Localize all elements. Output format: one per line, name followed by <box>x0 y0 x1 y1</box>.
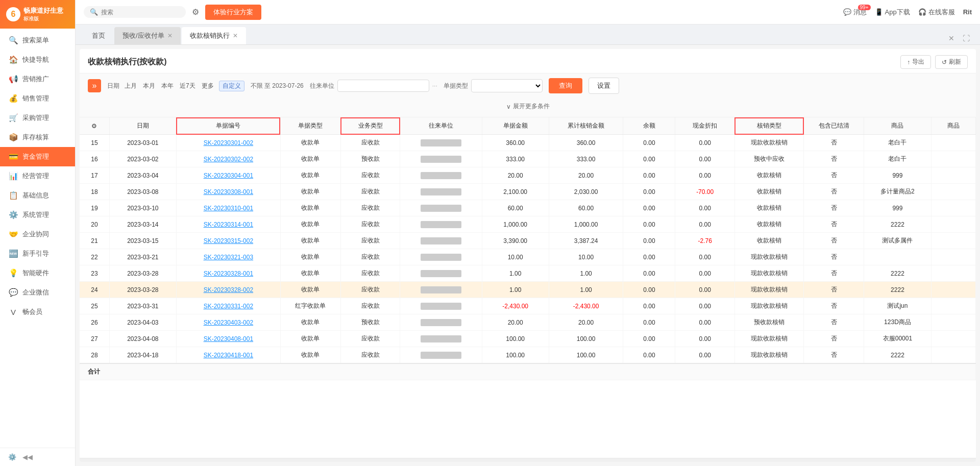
last-month-btn[interactable]: 上月 <box>122 81 139 91</box>
table-row[interactable]: 17 2023-03-04 SK-20230304-001 收款单 应收款 20… <box>80 167 976 184</box>
table-scrollbar[interactable] <box>80 458 976 462</box>
sidebar-item-base[interactable]: 📋基础信息 <box>0 186 75 205</box>
cell-settled: 否 <box>804 216 864 233</box>
doc-num-link[interactable]: SK-20230304-001 <box>204 172 253 179</box>
cell-cumulative: 1,000.00 <box>549 216 623 233</box>
tab-prereceipt[interactable]: 预收/应收付单 ✕ <box>114 27 181 44</box>
cell-date: 2023-04-08 <box>109 331 176 347</box>
collapse-icon[interactable]: ◀◀ <box>22 453 33 461</box>
cell-amount: 10.00 <box>482 249 549 265</box>
message-btn[interactable]: 💬 消息 99+ <box>843 8 867 17</box>
this-month-btn[interactable]: 本月 <box>141 81 157 91</box>
table-row[interactable]: 16 2023-03-02 SK-20230302-002 收款单 预收款 33… <box>80 151 976 167</box>
user-avatar[interactable]: Rit <box>963 8 972 16</box>
topbar-search[interactable]: 🔍 <box>84 6 186 18</box>
cell-doc-type: 收款单 <box>280 331 340 347</box>
this-year-btn[interactable]: 本年 <box>159 81 176 91</box>
settings-icon[interactable]: ⚙️ <box>8 453 16 461</box>
col-settings[interactable]: ⚙ <box>80 117 109 135</box>
sidebar-item-operations[interactable]: 📊经营管理 <box>0 166 75 186</box>
app-download-btn[interactable]: 📱 App下载 <box>875 8 910 17</box>
cell-cumulative: 20.00 <box>549 314 623 331</box>
tab-close-all-btn[interactable]: ✕ <box>946 32 957 44</box>
service-btn[interactable]: 🎧 在线客服 <box>918 8 955 17</box>
cell-offset-type: 预收款核销 <box>734 314 803 331</box>
table-row[interactable]: 26 2023-04-03 SK-20230403-002 收款单 预收款 20… <box>80 314 976 331</box>
doc-num-link[interactable]: SK-20230328-001 <box>204 270 253 277</box>
table-header-row: ⚙ 日期 单据编号 单据类型 业务类型 往来单位 单据金额 累计核销金额 余额 … <box>80 117 976 135</box>
doc-num-link[interactable]: SK-20230331-002 <box>204 303 253 310</box>
table-row[interactable]: 18 2023-03-08 SK-20230308-001 收款单 应收款 2,… <box>80 184 976 200</box>
cell-no: 17 <box>80 167 109 184</box>
filter-expand-btn[interactable]: » <box>88 79 101 92</box>
doc-num-link[interactable]: SK-20230301-002 <box>204 139 253 146</box>
cell-settled: 否 <box>804 167 864 184</box>
table-row[interactable]: 23 2023-03-28 SK-20230328-001 收款单 应收款 1.… <box>80 265 976 282</box>
sidebar-item-search[interactable]: 🔍搜索菜单 <box>0 31 75 50</box>
table-row[interactable]: 20 2023-03-14 SK-20230314-001 收款单 应收款 1,… <box>80 216 976 233</box>
sidebar-item-system[interactable]: ⚙️系统管理 <box>0 205 75 225</box>
sidebar-item-guide[interactable]: 🆕新手引导 <box>0 244 75 263</box>
cell-amount: 3,390.00 <box>482 233 549 249</box>
sidebar-item-purchase[interactable]: 🛒采购管理 <box>0 108 75 128</box>
sidebar-item-hardware[interactable]: 💡智能硬件 <box>0 263 75 283</box>
doc-num-link[interactable]: SK-20230328-002 <box>204 286 253 293</box>
tab-collection-close[interactable]: ✕ <box>233 32 238 39</box>
doc-num-link[interactable]: SK-20230321-003 <box>204 254 253 261</box>
more-btn[interactable]: 更多 <box>200 81 216 91</box>
tab-collection[interactable]: 收款核销执行 ✕ <box>182 27 246 44</box>
query-btn[interactable]: 查询 <box>549 78 582 93</box>
doc-num-link[interactable]: SK-20230308-001 <box>204 188 253 195</box>
doc-num-link[interactable]: SK-20230408-001 <box>204 335 253 342</box>
partner-input[interactable] <box>337 80 429 92</box>
filter-settings-btn[interactable]: 设置 <box>589 78 619 94</box>
refresh-btn[interactable]: ↺ 刷新 <box>935 55 968 69</box>
gear-icon[interactable]: ⚙ <box>192 7 199 17</box>
doc-num-link[interactable]: SK-20230418-001 <box>204 352 253 359</box>
search-input[interactable] <box>101 9 180 16</box>
sidebar-item-inventory[interactable]: 📦库存核算 <box>0 128 75 147</box>
doctype-select[interactable] <box>471 79 543 92</box>
doc-num-link[interactable]: SK-20230315-002 <box>204 237 253 244</box>
table-row[interactable]: 15 2023-03-01 SK-20230301-002 收款单 应收款 36… <box>80 135 976 151</box>
table-row[interactable]: 19 2023-03-10 SK-20230310-001 收款单 应收款 60… <box>80 200 976 216</box>
col-settings-icon[interactable]: ⚙ <box>91 122 97 130</box>
sidebar-item-wechat[interactable]: 💬企业微信 <box>0 283 75 302</box>
sidebar-item-quicknav[interactable]: 🏠快捷导航 <box>0 50 75 69</box>
table-row[interactable]: 28 2023-04-18 SK-20230418-001 收款单 应收款 10… <box>80 347 976 364</box>
custom-date-btn[interactable]: 自定义 <box>219 81 244 91</box>
tab-prereceipt-close[interactable]: ✕ <box>167 32 173 39</box>
doc-num-link[interactable]: SK-20230302-002 <box>204 156 253 163</box>
table-row[interactable]: 25 2023-03-31 SK-20230331-002 红字收款单 应收款 … <box>80 298 976 314</box>
cell-settled: 否 <box>804 151 864 167</box>
cell-settled: 否 <box>804 233 864 249</box>
cell-doc-num: SK-20230304-001 <box>176 167 280 184</box>
cell-no: 15 <box>80 135 109 151</box>
sidebar-item-sales[interactable]: 💰销售管理 <box>0 89 75 108</box>
tab-home[interactable]: 首页 <box>84 27 113 44</box>
doc-num-link[interactable]: SK-20230403-002 <box>204 319 253 326</box>
cell-amount: 1,000.00 <box>482 216 549 233</box>
cell-balance: 0.00 <box>623 184 675 200</box>
cell-goods2 <box>931 347 975 364</box>
col-doc-num: 单据编号 <box>176 117 280 135</box>
cell-doc-type: 收款单 <box>280 167 340 184</box>
sidebar-item-finance[interactable]: 💳资金管理 <box>0 147 75 166</box>
industry-btn[interactable]: 体验行业方案 <box>205 5 261 20</box>
cell-goods2 <box>931 151 975 167</box>
last7-btn[interactable]: 近7天 <box>178 81 198 91</box>
table-row[interactable]: 22 2023-03-21 SK-20230321-003 收款单 应收款 10… <box>80 249 976 265</box>
table-row[interactable]: 27 2023-04-08 SK-20230408-001 收款单 应收款 10… <box>80 331 976 347</box>
doc-num-link[interactable]: SK-20230310-001 <box>204 205 253 212</box>
export-btn[interactable]: ↑ 导出 <box>900 55 931 69</box>
cell-partner <box>400 347 482 364</box>
sidebar-item-marketing[interactable]: 📢营销推广 <box>0 69 75 89</box>
tab-fullscreen-btn[interactable]: ⛶ <box>961 32 972 44</box>
doc-num-link[interactable]: SK-20230314-001 <box>204 221 253 228</box>
table-row[interactable]: 21 2023-03-15 SK-20230315-002 收款单 应收款 3,… <box>80 233 976 249</box>
tabbar-actions: ✕ ⛶ <box>946 32 972 44</box>
sidebar-item-enterprise[interactable]: 🤝企业协同 <box>0 225 75 244</box>
expand-more-btn[interactable]: ∨ 展开更多条件 <box>506 102 550 111</box>
table-row[interactable]: 24 2023-03-28 SK-20230328-002 收款单 应收款 1.… <box>80 282 976 298</box>
sidebar-item-member[interactable]: V畅会员 <box>0 302 75 322</box>
